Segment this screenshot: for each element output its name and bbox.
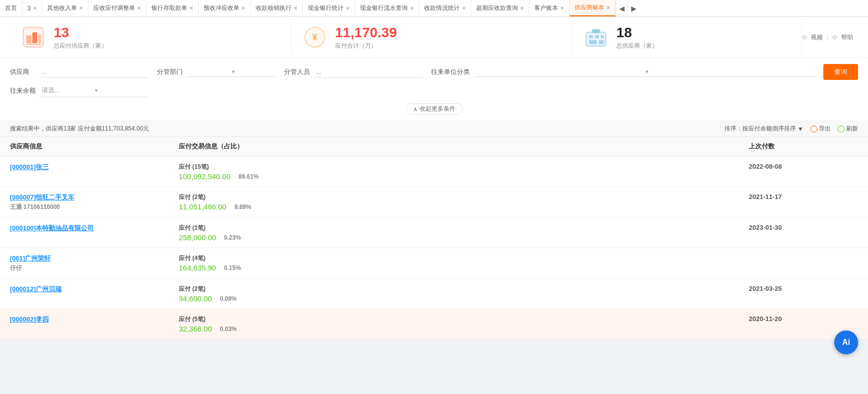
trans-percent: 89.61% xyxy=(238,173,259,180)
table-header: 供应商信息 应付交易信息（占比） 上次付数 xyxy=(0,137,868,157)
nav-tab-3[interactable]: 3 ✕ xyxy=(22,0,42,16)
separator: | xyxy=(827,34,828,41)
filter-supplier: 供应商 xyxy=(10,66,149,78)
trans-info: 应付 (5笔) 32,366.00 0.03% xyxy=(179,315,749,333)
balance-select[interactable]: 请选... ▼ xyxy=(39,84,149,97)
trans-amount[interactable]: 100,092,540.00 xyxy=(179,172,230,181)
close-icon[interactable]: ✕ xyxy=(462,5,466,11)
supplier-info-col: [000007]恒旺二手叉车 王通 17106110000 xyxy=(10,193,179,211)
query-button[interactable]: 查询 xyxy=(823,64,858,80)
trans-percent: 0.23% xyxy=(224,234,241,241)
close-icon[interactable]: ✕ xyxy=(606,5,610,10)
supplier-contact: 仔仔 xyxy=(10,264,179,272)
table-row[interactable]: [000002]李四 应付 (5笔) 32,366.00 0.03% 2020-… xyxy=(0,309,868,339)
person-input[interactable] xyxy=(313,66,423,78)
nav-tab-other-income[interactable]: 其他收入单 ✕ xyxy=(42,0,88,16)
close-icon[interactable]: ✕ xyxy=(79,5,83,11)
close-icon[interactable]: ✕ xyxy=(346,5,350,11)
trans-row: 11,051,486.00 9.89% xyxy=(179,202,749,211)
chevron-up-icon: ∧ xyxy=(413,106,418,113)
nav-tab-cash-flow[interactable]: 现金银行流水查询 ✕ xyxy=(355,0,419,16)
supplier-info-col: [001]广州荣轩 仔仔 xyxy=(10,254,179,272)
lastpay-col: 2021-11-17 xyxy=(749,193,848,200)
close-icon[interactable]: ✕ xyxy=(137,5,141,11)
supplier-contact: 王通 17106110000 xyxy=(10,203,179,211)
trans-percent: 0.08% xyxy=(220,295,237,302)
trans-amount[interactable]: 11,051,486.00 xyxy=(179,202,226,211)
nav-tab-bank-deposit[interactable]: 银行存取款单 ✕ xyxy=(146,0,199,16)
collapse-button[interactable]: ∧ 收起更多条件 xyxy=(406,103,463,115)
svg-rect-13 xyxy=(592,29,600,33)
nav-tab-prepay[interactable]: 预收冲应收单 ✕ xyxy=(199,0,251,16)
supplier-input[interactable] xyxy=(39,66,149,78)
export-button[interactable]: 导出 xyxy=(810,125,831,133)
supplier-name[interactable]: [000012]广州贝瑞 xyxy=(10,285,179,294)
dept-select[interactable]: ▼ xyxy=(186,67,276,77)
nav-tab-customer-ledger[interactable]: 客户账本 ✕ xyxy=(529,0,570,16)
lastpay-date: 2022-08-08 xyxy=(749,163,782,170)
supplier-name[interactable]: [000001]张三 xyxy=(10,163,179,172)
filter-row-2: 往来余额 请选... ▼ xyxy=(10,84,858,97)
supplier-name[interactable]: [000002]李四 xyxy=(10,315,179,324)
close-icon[interactable]: ✕ xyxy=(410,5,414,11)
refresh-button[interactable]: 刷新 xyxy=(838,125,858,133)
lastpay-date: 2021-11-17 xyxy=(749,193,782,200)
lastpay-col: 2022-08-08 xyxy=(749,163,848,170)
supplier-info-col: [000001]张三 xyxy=(10,163,179,172)
filter-row-1: 供应商 分管部门 ▼ 分管人员 往来单位分类 ▼ 查询 xyxy=(10,64,858,80)
table-row[interactable]: [000001]张三 应付 (15笔) 100,092,540.00 89.61… xyxy=(0,157,868,187)
trans-amount[interactable]: 258,000.00 xyxy=(179,233,216,242)
trans-amount[interactable]: 94,600.00 xyxy=(179,294,212,303)
payable-suppliers-info: 13 总应付供应商（家） xyxy=(54,24,107,51)
nav-tab-adjustment[interactable]: 应收应付调整单 ✕ xyxy=(88,0,146,16)
video-link[interactable]: 视频 xyxy=(811,33,823,42)
svg-rect-11 xyxy=(589,40,597,44)
trans-label: 应付 (2笔) xyxy=(179,285,749,293)
col-header-transaction: 应付交易信息（占比） xyxy=(179,142,749,151)
nav-prev-arrow[interactable]: ◀ xyxy=(616,0,628,16)
video-icon: ⊙ xyxy=(802,34,807,41)
sort-button[interactable]: 排序：按应付余额倒序排序 ▼ xyxy=(724,125,803,133)
total-suppliers-info: 18 总供应商（家） xyxy=(616,24,658,51)
lastpay-col: 2023-01-30 xyxy=(749,224,848,231)
nav-tab-overdue[interactable]: 超期应收款查询 ✕ xyxy=(471,0,529,16)
close-icon[interactable]: ✕ xyxy=(293,5,297,11)
category-label: 往来单位分类 xyxy=(431,67,471,76)
lastpay-date: 2023-01-30 xyxy=(749,224,782,231)
table-row[interactable]: [000012]广州贝瑞 应付 (2笔) 94,600.00 0.08% 202… xyxy=(0,279,868,309)
balance-label: 往来余额 xyxy=(10,86,36,95)
trans-label: 应付 (5笔) xyxy=(179,315,749,324)
nav-tab-label: 收款情况统计 xyxy=(424,4,460,12)
category-select[interactable]: ▼ xyxy=(474,67,815,77)
table-row[interactable]: [000100]本特勤油品有限公司 应付 (1笔) 258,000.00 0.2… xyxy=(0,218,868,248)
nav-tab-home[interactable]: 首页 xyxy=(0,0,22,16)
close-icon[interactable]: ✕ xyxy=(520,5,524,11)
transaction-col: 应付 (2笔) 11,051,486.00 9.89% xyxy=(179,193,749,211)
table-row[interactable]: [000007]恒旺二手叉车 王通 17106110000 应付 (2笔) 11… xyxy=(0,187,868,218)
trans-amount[interactable]: 164,635.90 xyxy=(179,263,216,272)
close-icon[interactable]: ✕ xyxy=(189,5,193,11)
supplier-name[interactable]: [000100]本特勤油品有限公司 xyxy=(10,224,179,233)
close-icon[interactable]: ✕ xyxy=(33,5,37,11)
svg-rect-8 xyxy=(589,35,593,38)
nav-tab-cash-stats[interactable]: 现金银行统计 ✕ xyxy=(303,0,355,16)
close-icon[interactable]: ✕ xyxy=(241,5,245,11)
supplier-name[interactable]: [001]广州荣轩 xyxy=(10,254,179,263)
table-row[interactable]: [001]广州荣轩 仔仔 应付 (4笔) 164,635.90 0.15% xyxy=(0,248,868,279)
nav-next-arrow[interactable]: ▶ xyxy=(628,0,640,16)
filter-dept: 分管部门 ▼ xyxy=(157,67,276,77)
payable-amount-label: 应付合计（万） xyxy=(335,42,397,50)
nav-tab-collection[interactable]: 收款核销执行 ✕ xyxy=(251,0,303,16)
chevron-down-icon: ▼ xyxy=(94,88,146,93)
nav-tab-supplier-ledger[interactable]: 供应商账本 ✕ xyxy=(570,0,616,16)
nav-tab-collection-stats[interactable]: 收款情况统计 ✕ xyxy=(419,0,471,16)
nav-tab-label: 收款核销执行 xyxy=(256,4,291,12)
supplier-name[interactable]: [000007]恒旺二手叉车 xyxy=(10,193,179,202)
trans-amount[interactable]: 32,366.00 xyxy=(179,325,212,333)
nav-tab-label: 客户账本 xyxy=(534,4,558,12)
help-link[interactable]: 帮助 xyxy=(841,33,853,42)
svg-rect-10 xyxy=(601,35,604,38)
supplier-label: 供应商 xyxy=(10,67,36,76)
trans-percent: 0.15% xyxy=(224,264,241,271)
close-icon[interactable]: ✕ xyxy=(560,5,564,11)
